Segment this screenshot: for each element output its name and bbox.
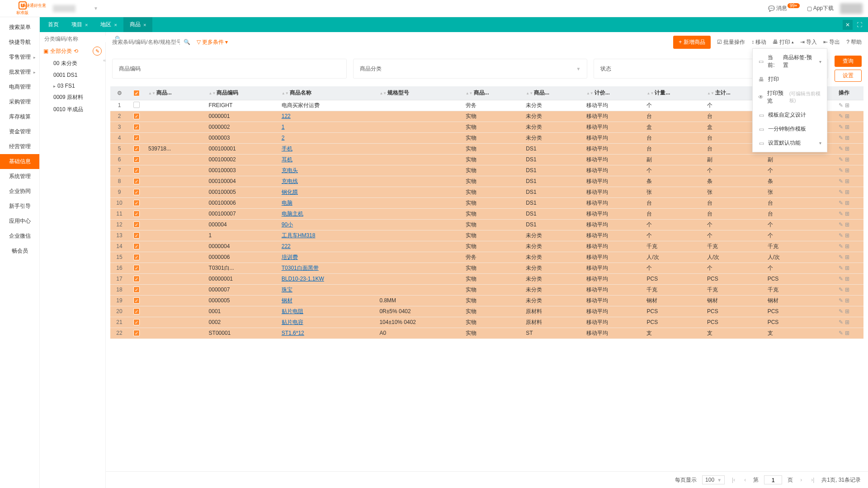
page-input[interactable]	[764, 475, 782, 484]
sidebar-item[interactable]: 快捷导航	[0, 35, 39, 50]
tree-node[interactable]: 0001 DS1	[40, 70, 105, 80]
sidebar-item[interactable]: 畅会员	[0, 244, 39, 258]
product-name-link[interactable]: ST1.6*12	[282, 330, 304, 336]
row-checkbox[interactable]: ✓	[133, 232, 140, 239]
row-checkbox[interactable]: ✓	[133, 221, 140, 228]
more-icon[interactable]: ⊞	[845, 265, 849, 271]
pager-first[interactable]: |‹	[730, 477, 737, 483]
table-row[interactable]: 6✓000100002耳机实物DS1移动平均副副副✎⊞	[110, 154, 863, 165]
more-icon[interactable]: ⊞	[845, 232, 849, 239]
product-name-link[interactable]: 1	[282, 124, 285, 130]
more-icon[interactable]: ⊞	[845, 124, 849, 130]
import-button[interactable]: ⇥ 导入	[800, 38, 817, 46]
table-row[interactable]: 2✓0000001122实物未分类移动平均台台台✎⊞	[110, 111, 863, 122]
product-name-link[interactable]: 培训费	[282, 254, 298, 260]
sidebar-item[interactable]: 批发管理▸	[0, 65, 39, 80]
product-name-link[interactable]: 充电头	[282, 167, 298, 174]
product-name-link[interactable]: 钢材	[282, 297, 292, 304]
tree-search-input[interactable]	[44, 36, 112, 42]
more-icon[interactable]: ⊞	[845, 243, 849, 249]
more-icon[interactable]: ⊞	[845, 330, 849, 336]
settings-button[interactable]: 设置	[835, 70, 862, 82]
table-row[interactable]: 16✓T0301白...T0301白面黑带实物未分类移动平均个个个✎⊞	[110, 263, 863, 273]
product-name-link[interactable]: 电脑	[282, 200, 292, 206]
more-icon[interactable]: ⊞	[845, 308, 849, 314]
edit-icon[interactable]: ✎	[839, 243, 843, 249]
add-product-button[interactable]: + 新增商品	[673, 36, 711, 49]
row-checkbox[interactable]: ✓	[133, 189, 140, 195]
avatar[interactable]	[840, 3, 863, 14]
tab[interactable]: 地区×	[94, 17, 123, 32]
row-checkbox[interactable]: ✓	[133, 200, 140, 206]
print-menu-item[interactable]: ▭模板自定义设计	[753, 108, 827, 122]
more-filters-button[interactable]: ▽ 更多条件 ▾	[197, 38, 228, 46]
column-header[interactable]: ▲▼规格型号	[376, 86, 462, 100]
table-row[interactable]: 10✓000100006电脑实物DS1移动平均台台台✎⊞	[110, 197, 863, 208]
sidebar-item[interactable]: 搜索菜单	[0, 20, 39, 35]
product-name-link[interactable]: T0301白面黑带	[282, 265, 319, 271]
filter-code[interactable]: 商品编码	[112, 59, 347, 79]
sidebar-item[interactable]: 系统管理	[0, 169, 39, 184]
row-checkbox[interactable]: ✓	[133, 297, 140, 304]
export-button[interactable]: ⇤ 导出	[823, 38, 840, 46]
tree-node[interactable]: 03 FS1	[40, 80, 105, 91]
tree-node[interactable]: 0010 半成品	[40, 103, 105, 116]
query-button[interactable]: 查询	[835, 56, 862, 67]
table-row[interactable]: 1FREIGHT电商买家付运费劳务未分类移动平均个个个✎⊞	[110, 100, 863, 111]
edit-icon[interactable]: ✎	[839, 135, 843, 141]
pager-last[interactable]: ›|	[809, 477, 816, 483]
row-checkbox[interactable]: ✓	[133, 319, 140, 325]
sidebar-item[interactable]: 电商管理	[0, 80, 39, 94]
table-row[interactable]: 19✓0000005钢材0.8MM实物未分类移动平均钢材钢材钢材✎⊞	[110, 295, 863, 306]
print-menu-item[interactable]: 🖶打印	[753, 72, 827, 86]
edit-icon[interactable]: ✎	[839, 254, 843, 260]
row-checkbox[interactable]: ✓	[133, 178, 140, 184]
move-button[interactable]: ↕ 移动	[751, 38, 766, 46]
table-row[interactable]: 8✓000100004充电线实物DS1移动平均条条条✎⊞	[110, 176, 863, 187]
table-row[interactable]: 3✓00000021实物未分类移动平均盒盒盒✎⊞	[110, 122, 863, 132]
close-icon[interactable]: ×	[143, 22, 146, 28]
sidebar-item[interactable]: 企业微信	[0, 229, 39, 244]
row-checkbox[interactable]: ✓	[133, 211, 140, 217]
edit-icon[interactable]: ✎	[839, 276, 843, 282]
product-name-link[interactable]: 贴片电容	[282, 319, 303, 325]
filter-category[interactable]: 商品分类 ▼	[353, 59, 588, 79]
edit-icon[interactable]: ✎	[839, 265, 843, 271]
more-icon[interactable]: ⊞	[845, 156, 849, 163]
edit-icon[interactable]: ✎	[839, 167, 843, 174]
row-checkbox[interactable]	[133, 102, 140, 108]
print-dropdown[interactable]: 🖶 打印 ▴	[773, 38, 794, 46]
row-checkbox[interactable]: ✓	[133, 308, 140, 314]
sidebar-item[interactable]: 采购管理	[0, 94, 39, 109]
product-name-link[interactable]: 钢化膜	[282, 189, 298, 195]
column-header[interactable]: ▲▼商品...	[462, 86, 523, 100]
column-header[interactable]: ▲▼计量...	[643, 86, 703, 100]
column-header[interactable]: ▲▼商品...	[522, 86, 583, 100]
page-size-select[interactable]: 100▼	[702, 475, 725, 484]
product-name-link[interactable]: 122	[282, 113, 291, 119]
sidebar-item[interactable]: 经营管理	[0, 139, 39, 154]
product-name-link[interactable]: 222	[282, 243, 291, 249]
row-checkbox[interactable]: ✓	[133, 286, 140, 293]
row-checkbox[interactable]: ✓	[133, 167, 140, 174]
close-icon[interactable]: ×	[114, 22, 117, 28]
refresh-icon[interactable]: ⟲	[74, 48, 78, 54]
gear-icon[interactable]: ⚙	[117, 90, 122, 96]
tab[interactable]: 商品×	[123, 17, 152, 32]
close-icon[interactable]: ×	[85, 22, 88, 28]
messages-button[interactable]: 💬 消息 99+	[768, 5, 801, 12]
sidebar-item[interactable]: 新手引导	[0, 199, 39, 214]
product-name-link[interactable]: 电脑主机	[282, 211, 303, 217]
table-row[interactable]: 21✓0002贴片电容104±10% 0402实物原材料移动平均PCSPCSPC…	[110, 317, 863, 328]
more-icon[interactable]: ⊞	[845, 276, 849, 282]
column-header[interactable]: ▲▼商品名称	[278, 86, 376, 100]
more-icon[interactable]: ⊞	[845, 297, 849, 304]
tree-node[interactable]: 00 未分类	[40, 57, 105, 70]
search-icon[interactable]: 🔍	[184, 39, 190, 45]
table-row[interactable]: 18✓0000007珠宝实物未分类移动平均千克千克千克✎⊞	[110, 284, 863, 295]
column-header[interactable]: ▲▼商品...	[145, 86, 205, 100]
more-icon[interactable]: ⊞	[845, 135, 849, 141]
tab[interactable]: 首页	[42, 17, 65, 32]
table-row[interactable]: 7✓000100003充电头实物DS1移动平均个个个✎⊞	[110, 165, 863, 176]
more-icon[interactable]: ⊞	[845, 113, 849, 119]
